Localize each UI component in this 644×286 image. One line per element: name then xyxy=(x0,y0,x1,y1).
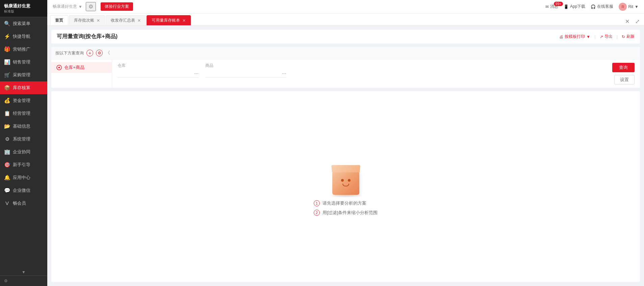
refresh-icon: ↻ xyxy=(622,34,625,39)
sidebar-item-ops[interactable]: 📋 经营管理 xyxy=(0,107,47,120)
sidebar-ops-label: 经营管理 xyxy=(13,110,30,116)
sidebar-system-label: 系统管理 xyxy=(13,136,30,142)
topbar: 畅康通好生意 ▼ ⚙ 体验行业方案 ✉ 消息 99+ 📱 App下载 🎧 在线客… xyxy=(47,0,644,14)
hint-num-1: 1 xyxy=(314,200,320,206)
sidebar-item-system[interactable]: ⚙ 系统管理 xyxy=(0,133,47,146)
finance-icon: 💰 xyxy=(4,98,10,104)
ops-icon: 📋 xyxy=(4,110,10,116)
app-version: 标准版 xyxy=(4,9,43,14)
breadcrumb-sep: ▼ xyxy=(78,4,82,9)
tab-batch-close[interactable]: ✕ xyxy=(97,18,100,23)
tab-batch[interactable]: 库存批次账 ✕ xyxy=(69,15,105,25)
filter-goods-label: 商品 xyxy=(205,63,286,69)
query-header: 按以下方案查询 + ⚙ 《 xyxy=(51,47,640,59)
goods-input-field[interactable] xyxy=(205,71,280,76)
sidebar-finance-label: 资金管理 xyxy=(13,98,30,104)
sidebar-search-label: 搜索菜单 xyxy=(13,21,30,27)
scheme-label: 仓库+商品 xyxy=(64,64,84,71)
query-collapse-button[interactable]: 《 xyxy=(105,50,110,56)
tab-home[interactable]: 首页 xyxy=(50,15,68,25)
sidebar-item-guide[interactable]: 🎯 新手引导 xyxy=(0,158,47,171)
tab-summary-label: 收发存汇总表 xyxy=(111,18,135,23)
trial-industry-button[interactable]: 体验行业方案 xyxy=(101,2,133,11)
app-download-button[interactable]: 📱 App下载 xyxy=(564,4,585,9)
refresh-button[interactable]: ↻ 刷新 xyxy=(622,34,635,40)
export-button[interactable]: ↗ 导出 xyxy=(600,34,613,40)
tab-summary[interactable]: 收发存汇总表 ✕ xyxy=(106,15,146,25)
message-badge: 99+ xyxy=(554,2,563,6)
tabs-close-all-button[interactable]: ✕ xyxy=(623,17,631,25)
hint-text-2: 用[过滤]条件来缩小分析范围 xyxy=(323,210,378,216)
page-header: 可用量查询(按仓库+商品) 🖨 按模板打印 ▼ | ↗ 导出 | ↻ 刷新 xyxy=(51,30,640,44)
tabs-expand-button[interactable]: ⤢ xyxy=(633,17,641,25)
sidebar-item-wechat[interactable]: 💬 企业微信 xyxy=(0,184,47,197)
sidebar-item-purchase[interactable]: 🛒 采购管理 xyxy=(0,69,47,81)
action-divider-2: | xyxy=(617,34,618,39)
sidebar-item-marketing[interactable]: 🎁 营销推广 xyxy=(0,43,47,56)
purchase-icon: 🛒 xyxy=(4,72,10,78)
sidebar-item-member[interactable]: V 畅会员 xyxy=(0,197,47,210)
topbar-right: ✉ 消息 99+ 📱 App下载 🎧 在线客服 R Rit ▼ xyxy=(545,3,639,11)
page-title: 可用量查询(按仓库+商品) xyxy=(57,33,118,40)
sidebar-item-inventory[interactable]: 📦 库存核算 xyxy=(0,81,47,94)
sidebar-member-label: 畅会员 xyxy=(13,200,26,206)
topbar-gear-button[interactable]: ⚙ xyxy=(86,2,96,11)
user-menu[interactable]: R Rit ▼ xyxy=(619,3,639,11)
empty-face xyxy=(337,177,354,188)
sidebar-nav: 🔍 搜索菜单 ⚡ 快捷导航 🎁 营销推广 📊 销售管理 🛒 采购管理 📦 库存核… xyxy=(0,17,47,269)
filter-goods-input: ··· xyxy=(205,70,286,78)
sidebar-item-finance[interactable]: 💰 资金管理 xyxy=(0,94,47,107)
sidebar-item-corp[interactable]: 🏢 企业协同 xyxy=(0,146,47,158)
warehouse-more-button[interactable]: ··· xyxy=(194,71,199,77)
content-area: 可用量查询(按仓库+商品) 🖨 按模板打印 ▼ | ↗ 导出 | ↻ 刷新 xyxy=(47,26,644,286)
empty-eyes xyxy=(341,179,351,182)
query-body: 仓库+商品 仓库 ··· 商品 xyxy=(51,59,640,88)
scheme-warehouse-goods[interactable]: 仓库+商品 xyxy=(51,62,112,73)
query-schemes: 仓库+商品 xyxy=(51,59,112,88)
marketing-icon: 🎁 xyxy=(4,46,10,52)
query-add-scheme-button[interactable]: + xyxy=(86,50,93,56)
sidebar-item-apps[interactable]: 🔔 应用中心 xyxy=(0,171,47,184)
breadcrumb-part1: 畅康通好生意 xyxy=(53,4,77,9)
export-icon: ↗ xyxy=(600,34,603,39)
search-icon: 🔍 xyxy=(4,21,10,27)
dropdown-icon: ▼ xyxy=(635,4,639,9)
sidebar-item-sales[interactable]: 📊 销售管理 xyxy=(0,56,47,69)
tab-summary-close[interactable]: ✕ xyxy=(137,18,141,23)
filter-warehouse: 仓库 ··· xyxy=(118,63,199,78)
online-service-button[interactable]: 🎧 在线客服 xyxy=(591,4,613,9)
tab-available[interactable]: 可用量库存账本 ✕ xyxy=(147,15,191,25)
tab-available-close[interactable]: ✕ xyxy=(182,18,186,23)
empty-hints: 1 请先选择要分析的方案 2 用[过滤]条件来缩小分析范围 xyxy=(314,200,378,216)
sidebar-apps-label: 应用中心 xyxy=(13,175,30,181)
action-divider-1: | xyxy=(594,34,595,39)
query-scheme-settings-button[interactable]: ⚙ xyxy=(96,50,103,56)
empty-eye-right xyxy=(348,179,351,182)
print-template-button[interactable]: 🖨 按模板打印 ▼ xyxy=(559,34,590,40)
guide-icon: 🎯 xyxy=(4,162,10,168)
sidebar-item-basic[interactable]: 📂 基础信息 xyxy=(0,120,47,133)
inventory-icon: 📦 xyxy=(4,85,10,91)
tab-home-label: 首页 xyxy=(55,18,63,23)
query-button[interactable]: 查询 xyxy=(612,63,635,72)
tab-available-label: 可用量库存账本 xyxy=(152,18,180,23)
sidebar-scroll-down[interactable]: ▼ xyxy=(0,269,47,276)
message-button[interactable]: ✉ 消息 99+ xyxy=(545,4,558,9)
query-header-title: 按以下方案查询 xyxy=(55,50,84,56)
sales-icon: 📊 xyxy=(4,59,10,65)
tab-batch-label: 库存批次账 xyxy=(74,18,94,23)
sidebar-guide-label: 新手引导 xyxy=(13,162,30,168)
query-action-buttons: 查询 设置 xyxy=(607,59,640,88)
tabs-right-actions: ✕ ⤢ xyxy=(623,17,644,25)
goods-more-button[interactable]: ··· xyxy=(282,71,286,77)
sidebar-sales-label: 销售管理 xyxy=(13,59,30,65)
wechat-icon: 💬 xyxy=(4,187,10,193)
sidebar-item-quicknav[interactable]: ⚡ 快捷导航 xyxy=(0,30,47,43)
settings-button[interactable]: 设置 xyxy=(614,75,635,84)
warehouse-input-field[interactable] xyxy=(118,71,192,76)
tab-bar: 首页 库存批次账 ✕ 收发存汇总表 ✕ 可用量库存账本 ✕ ✕ ⤢ xyxy=(47,14,644,26)
export-label: 导出 xyxy=(604,34,613,40)
empty-hint-1: 1 请先选择要分析的方案 xyxy=(314,200,366,206)
sidebar-item-search[interactable]: 🔍 搜索菜单 xyxy=(0,17,47,30)
print-dropdown-icon: ▼ xyxy=(586,34,590,39)
